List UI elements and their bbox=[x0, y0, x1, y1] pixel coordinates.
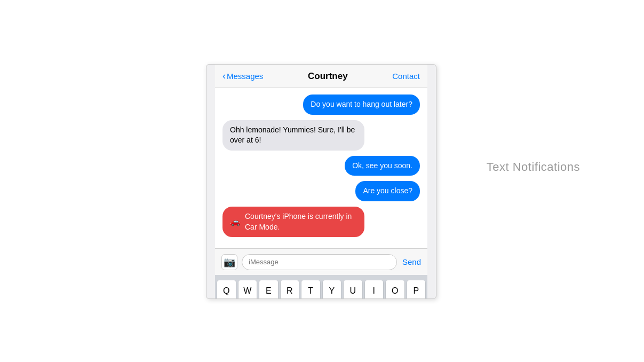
camera-icon: 📷 bbox=[224, 256, 235, 268]
nav-bar: ‹ Messages Courtney Contact bbox=[215, 65, 427, 88]
key-o[interactable]: O bbox=[386, 280, 404, 298]
message-row-1: Do you want to hang out later? bbox=[222, 95, 420, 115]
key-u[interactable]: U bbox=[344, 280, 362, 298]
message-row-3: Ok, see you soon. bbox=[222, 156, 420, 176]
key-e[interactable]: E bbox=[259, 280, 278, 298]
message-row-4: Are you close? bbox=[222, 181, 420, 201]
key-r[interactable]: R bbox=[281, 280, 299, 298]
car-icon: 🚗 bbox=[230, 216, 241, 227]
contact-name-title: Courtney bbox=[308, 71, 348, 82]
imessage-input[interactable] bbox=[242, 254, 397, 270]
message-text-1: Do you want to hang out later? bbox=[311, 100, 412, 108]
message-bubble-sent-3: Ok, see you soon. bbox=[345, 156, 420, 176]
key-p[interactable]: P bbox=[407, 280, 426, 298]
key-i[interactable]: I bbox=[365, 280, 384, 298]
message-row-5: 🚗 Courtney's iPhone is currently in Car … bbox=[222, 207, 420, 237]
key-y[interactable]: Y bbox=[323, 280, 341, 298]
keyboard: Q W E R T Y U I O P bbox=[215, 275, 427, 298]
messages-area: Do you want to hang out later? Ohh lemon… bbox=[215, 88, 427, 248]
page-title: Text Notifications bbox=[487, 160, 580, 174]
phone-screen: ‹ Messages Courtney Contact Do you want … bbox=[215, 65, 427, 298]
message-text-4: Are you close? bbox=[363, 186, 412, 195]
input-area: 📷 Send bbox=[215, 248, 427, 275]
message-text-2: Ohh lemonade! Yummies! Sure, I'll be ove… bbox=[230, 125, 355, 145]
chevron-left-icon: ‹ bbox=[222, 70, 226, 82]
back-button[interactable]: ‹ Messages bbox=[222, 70, 263, 82]
message-bubble-car-mode: 🚗 Courtney's iPhone is currently in Car … bbox=[222, 207, 364, 237]
send-button[interactable]: Send bbox=[402, 257, 421, 266]
message-bubble-sent-4: Are you close? bbox=[355, 181, 420, 201]
back-label: Messages bbox=[227, 72, 263, 81]
message-bubble-received-2: Ohh lemonade! Yummies! Sure, I'll be ove… bbox=[222, 120, 364, 151]
key-q[interactable]: Q bbox=[217, 280, 236, 298]
key-t[interactable]: T bbox=[301, 280, 320, 298]
message-text-3: Ok, see you soon. bbox=[352, 161, 412, 170]
message-text-5: Courtney's iPhone is currently in Car Mo… bbox=[245, 211, 357, 232]
message-row-2: Ohh lemonade! Yummies! Sure, I'll be ove… bbox=[222, 120, 420, 151]
key-w[interactable]: W bbox=[238, 280, 257, 298]
contact-link[interactable]: Contact bbox=[392, 72, 420, 81]
phone-frame: ‹ Messages Courtney Contact Do you want … bbox=[206, 64, 436, 299]
message-bubble-sent-1: Do you want to hang out later? bbox=[303, 95, 420, 115]
camera-button[interactable]: 📷 bbox=[221, 254, 237, 270]
